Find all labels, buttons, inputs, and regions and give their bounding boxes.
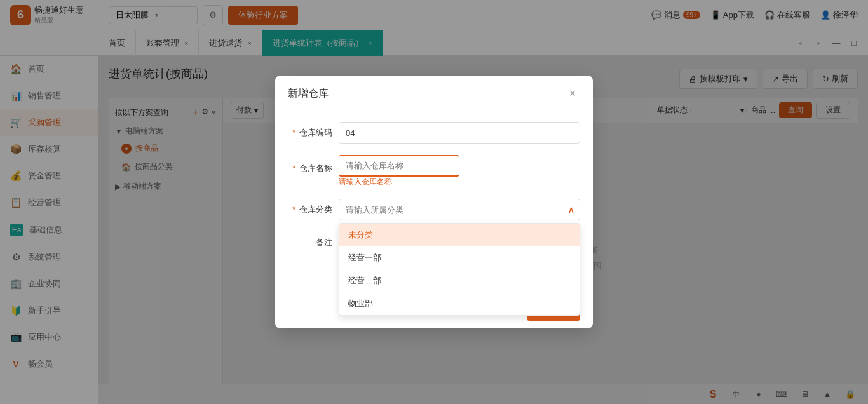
name-input-row: * 仓库名称 [288, 155, 459, 177]
required-star: * [292, 163, 295, 173]
dropdown-item-dept2[interactable]: 经营二部 [339, 269, 580, 292]
dropdown-item-dept3[interactable]: 物业部 [339, 292, 580, 315]
modal-body: * 仓库编码 * 仓库名称 请输入仓库名称 [275, 109, 593, 292]
modal-header: 新增仓库 × [275, 76, 593, 109]
warehouse-code-input[interactable] [339, 122, 580, 144]
modal-title: 新增仓库 [288, 87, 329, 100]
required-star: * [292, 128, 295, 137]
modal-overlay: 新增仓库 × * 仓库编码 * 仓库名称 [0, 0, 868, 404]
form-row-category: * 仓库分类 ∧ 未分类 经营一部 经营二部 物业部 [288, 199, 580, 220]
name-label: * 仓库名称 [288, 158, 339, 174]
form-row-name: * 仓库名称 请输入仓库名称 [288, 155, 580, 187]
category-select-input[interactable] [339, 199, 580, 220]
dropdown-item-uncategorized[interactable]: 未分类 [339, 224, 580, 246]
remark-label: 备注 [288, 232, 339, 248]
category-select-wrapper: ∧ 未分类 经营一部 经营二部 物业部 [339, 199, 580, 220]
warehouse-name-input[interactable] [339, 155, 459, 177]
category-dropdown: 未分类 经营一部 经营二部 物业部 [339, 223, 580, 316]
name-error-message: 请输入仓库名称 [339, 177, 392, 186]
code-label: * 仓库编码 [288, 122, 339, 138]
dropdown-item-dept1[interactable]: 经营一部 [339, 246, 580, 269]
add-warehouse-modal: 新增仓库 × * 仓库编码 * 仓库名称 [275, 76, 593, 328]
category-label: * 仓库分类 [288, 199, 339, 215]
form-row-code: * 仓库编码 [288, 122, 580, 144]
required-star: * [292, 205, 295, 214]
modal-close-button[interactable]: × [565, 86, 580, 101]
name-error-row: 请输入仓库名称 [288, 177, 392, 187]
